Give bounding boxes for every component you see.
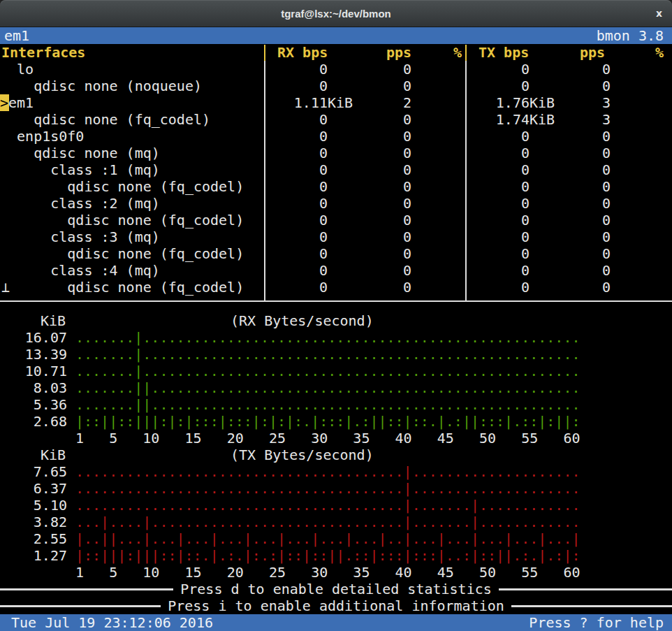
tx-x-axis-labels: 1 5 10 15 20 25 30 35 40 45 50 55 60 <box>75 564 580 581</box>
rx-graph-row: 2.68 |::||::|||:|:|:::|:::|:|:|:.|:::|.:… <box>0 413 672 430</box>
rx-pps-value: 0 <box>353 161 411 178</box>
window-titlebar[interactable]: tgraf@lsx:~/dev/bmon x <box>0 0 672 27</box>
table-row[interactable]: qdisc none (fq_codel) 0 0 0 0 <box>0 245 672 262</box>
rx-graph-cells: |::||::|||:|:|:::|:::|:|:|:.|:::|.:||::|… <box>75 413 580 430</box>
tx-pps-value: 0 <box>552 212 611 229</box>
table-row[interactable]: qdisc none (noqueue) 0 0 0 0 <box>0 78 672 94</box>
tx-graph-title: (TX Bytes/second) <box>231 447 374 463</box>
rx-pps-value: 0 <box>353 229 411 245</box>
tx-graph-row: 5.10 ...................................… <box>0 497 672 514</box>
qdisc-name: qdisc none (fq_codel) <box>0 111 210 128</box>
rx-bps-value: 0 <box>269 195 328 212</box>
class-name: class :2 (mq) <box>0 195 160 212</box>
rx-pps-value: 0 <box>353 245 411 262</box>
rx-x-axis-row: 1 5 10 15 20 25 30 35 40 45 50 55 60 <box>0 430 672 447</box>
tx-graph-row: 3.82 ...|....|..........................… <box>0 514 672 530</box>
table-row[interactable]: class :4 (mq) 0 0 0 0 <box>0 262 672 279</box>
table-bottom-border <box>0 300 672 302</box>
selected-interface-label: em1 <box>4 27 29 44</box>
tx-graph-cells: .......................................|… <box>75 463 580 480</box>
rx-pps-value: 0 <box>353 78 411 94</box>
tx-bps-value: 0 <box>471 262 529 279</box>
rx-graph-row: 5.36 .......||..........................… <box>0 396 672 413</box>
tx-y-tick: 3.82 <box>0 514 67 530</box>
qdisc-name: qdisc none (fq_codel) <box>0 279 244 296</box>
tx-bps-value: 0 <box>471 161 529 178</box>
table-row[interactable]: lo 0 0 0 0 <box>0 61 672 78</box>
table-row[interactable]: qdisc none (fq_codel) 0 0 0 0 <box>0 178 672 195</box>
horizontal-rule <box>0 588 173 590</box>
tx-pps-value: 0 <box>552 128 611 145</box>
rx-pps-value: 0 <box>353 212 411 229</box>
class-name: class :4 (mq) <box>0 262 160 279</box>
status-help-hint: Press ? for help <box>529 614 664 631</box>
col-header-rx-pct: % <box>453 44 462 61</box>
tx-bps-value: 1.74 <box>471 111 529 128</box>
col-header-rx-bps: RX bps <box>277 44 328 61</box>
interface-name: enp1s0f0 <box>0 128 84 145</box>
bmon-header-bar: em1 bmon 3.8 <box>0 27 672 44</box>
tx-unit-label: KiB <box>41 447 66 463</box>
tx-pps-value: 0 <box>552 61 611 78</box>
rx-graph-cells: .......|................................… <box>75 346 580 363</box>
tx-bps-value: 1.76 <box>471 94 529 111</box>
col-header-interfaces: Interfaces <box>1 44 85 61</box>
rx-pps-value: 0 <box>353 145 411 161</box>
tx-graph-cells: |::|||:|||::|::.|.:.|:.:|::|::||.::|:::|… <box>75 547 580 564</box>
tx-pps-value: 0 <box>552 262 611 279</box>
tx-graph-cells: |..||...|...|...|...|...|...|...|...|..|… <box>75 530 580 547</box>
table-row[interactable]: class :3 (mq) 0 0 0 0 <box>0 229 672 245</box>
rx-graph-title: (RX Bytes/second) <box>231 312 374 329</box>
tx-graph-cells: ...|....|..............................|… <box>75 514 580 530</box>
hint-text: Press i to enable additional information <box>168 597 504 614</box>
rx-y-tick: 10.71 <box>0 363 67 379</box>
table-row[interactable]: ⊥ qdisc none (fq_codel) 0 0 0 0 <box>0 279 672 296</box>
tx-bps-value: 0 <box>471 212 529 229</box>
rx-pps-value: 0 <box>353 262 411 279</box>
table-row[interactable]: qdisc none (fq_codel) 0 0 1.74KiB 3 <box>0 111 672 128</box>
tx-y-tick: 1.27 <box>0 547 67 564</box>
status-datetime: Tue Jul 19 23:12:06 2016 <box>11 614 213 631</box>
qdisc-name: qdisc none (mq) <box>0 145 160 161</box>
rx-bps-value: 0 <box>269 279 328 296</box>
column-separator <box>465 45 467 61</box>
rx-bps-value: 0 <box>269 245 328 262</box>
rx-pps-value: 0 <box>353 61 411 78</box>
table-row[interactable]: qdisc none (mq) 0 0 0 0 <box>0 145 672 161</box>
tx-y-tick: 6.37 <box>0 480 67 497</box>
tx-bps-value: 0 <box>471 61 529 78</box>
table-row-selected[interactable]: > em1 1.11KiB 2 1.76KiB 3 <box>0 94 672 111</box>
close-icon[interactable]: x <box>656 7 662 20</box>
table-header-row: Interfaces RX bps pps % TX bps pps % <box>0 44 672 61</box>
col-header-tx-pct: % <box>655 44 664 61</box>
tx-graph-cells: .......................................|… <box>75 480 580 497</box>
tx-bps-unit: KiB <box>529 94 555 111</box>
tx-pps-value: 0 <box>552 195 611 212</box>
col-header-tx-bps: TX bps <box>479 44 529 61</box>
rx-pps-value: 2 <box>353 94 411 111</box>
tx-x-axis-row: 1 5 10 15 20 25 30 35 40 45 50 55 60 <box>0 564 672 581</box>
tx-y-tick: 2.55 <box>0 530 67 547</box>
tx-bps-value: 0 <box>471 145 529 161</box>
rx-graph-cells: .......||...............................… <box>75 396 580 413</box>
status-bar: Tue Jul 19 23:12:06 2016 Press ? for hel… <box>0 614 672 631</box>
hint-detailed-stats: Press d to enable detailed statistics <box>0 581 672 597</box>
table-row[interactable]: enp1s0f0 0 0 0 0 <box>0 128 672 145</box>
terminal-screen[interactable]: em1 bmon 3.8 Interfaces RX bps pps % TX … <box>0 27 672 631</box>
table-row[interactable]: class :2 (mq) 0 0 0 0 <box>0 195 672 212</box>
rx-bps-value: 0 <box>269 128 328 145</box>
rx-pps-value: 0 <box>353 128 411 145</box>
rx-bps-value: 0 <box>269 61 328 78</box>
interface-name: em1 <box>8 94 34 111</box>
rx-graph-cells: .......||...............................… <box>75 379 580 396</box>
class-name: class :1 (mq) <box>0 161 160 178</box>
tx-pps-value: 0 <box>552 161 611 178</box>
rx-graph-row: 10.71 .......|..........................… <box>0 363 672 379</box>
col-header-tx-pps: pps <box>580 44 605 61</box>
table-row[interactable]: class :1 (mq) 0 0 0 0 <box>0 161 672 178</box>
tx-bps-unit: KiB <box>529 111 555 128</box>
hint-text: Press d to enable detailed statistics <box>180 581 492 597</box>
table-row[interactable]: qdisc none (fq_codel) 0 0 0 0 <box>0 212 672 229</box>
tx-pps-value: 0 <box>552 229 611 245</box>
rx-bps-value: 0 <box>269 262 328 279</box>
